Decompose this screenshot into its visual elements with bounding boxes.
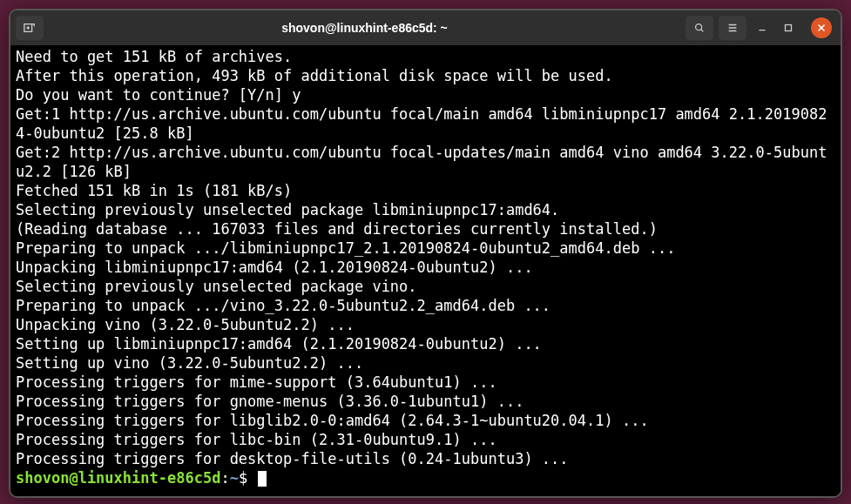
close-button[interactable] (811, 17, 832, 38)
svg-rect-9 (786, 25, 792, 31)
search-button[interactable] (686, 16, 713, 40)
maximize-icon (782, 22, 794, 34)
prompt-userhost: shovon@linuxhint-e86c5d (16, 469, 220, 487)
new-tab-icon (24, 22, 36, 34)
titlebar: shovon@linuxhint-e86c5d: ~ (10, 10, 841, 45)
prompt-colon: : (220, 469, 229, 487)
minimize-button[interactable] (752, 17, 773, 38)
search-icon (693, 22, 706, 34)
close-icon (815, 22, 827, 34)
prompt-dollar: $ (239, 469, 256, 487)
minimize-icon (756, 22, 768, 34)
cursor (258, 471, 267, 487)
new-tab-button[interactable] (16, 16, 44, 40)
svg-line-4 (701, 30, 704, 32)
window-title: shovon@linuxhint-e86c5d: ~ (49, 21, 680, 35)
terminal-output: Need to get 151 kB of archives. After th… (16, 48, 827, 467)
menu-button[interactable] (719, 16, 746, 40)
terminal-window: shovon@linuxhint-e86c5d: ~ (9, 9, 842, 498)
hamburger-icon (726, 22, 739, 34)
prompt-path: ~ (230, 469, 239, 487)
prompt: shovon@linuxhint-e86c5d:~$ (16, 469, 256, 487)
terminal-area[interactable]: Need to get 151 kB of archives. After th… (10, 45, 841, 496)
maximize-button[interactable] (778, 17, 799, 38)
svg-point-3 (696, 24, 702, 30)
